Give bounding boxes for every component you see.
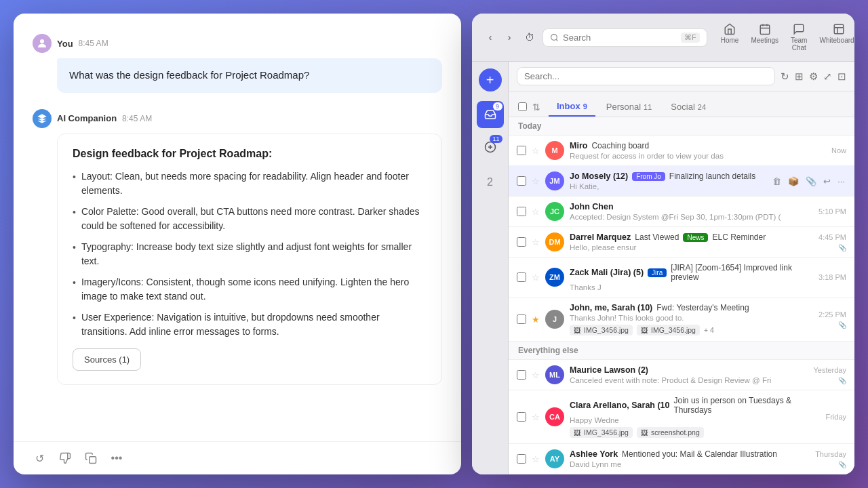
mail-checkbox[interactable] bbox=[517, 370, 526, 380]
mail-item[interactable]: ☆ CA Clara Arellano, Sarah (10 Join us i… bbox=[509, 390, 854, 444]
mail-sender: Miro bbox=[570, 141, 587, 150]
add-badge: 11 bbox=[490, 135, 502, 143]
grid-icon[interactable]: ⊞ bbox=[795, 70, 804, 83]
recent-button[interactable]: ⏱ bbox=[525, 30, 534, 45]
mail-checkbox[interactable] bbox=[517, 207, 526, 216]
mail-checkbox[interactable] bbox=[517, 314, 526, 324]
select-all-checkbox[interactable] bbox=[518, 102, 527, 111]
ai-message-time: 8:45 AM bbox=[122, 114, 152, 123]
refresh-icon[interactable]: ↺ bbox=[33, 451, 46, 465]
archive-icon[interactable]: 📦 bbox=[787, 175, 800, 188]
star-icon[interactable]: ☆ bbox=[532, 272, 540, 283]
mail-item[interactable]: ☆ ML Maurice Lawson (2) Canceled event w… bbox=[509, 360, 854, 390]
attachment-row: 🖼 IMG_3456.jpg 🖼 screenshot.png bbox=[570, 426, 820, 438]
mail-checkbox[interactable] bbox=[517, 272, 526, 282]
mail-search-bar: ↻ ⊞ ⚙ ⤢ ⊡ bbox=[509, 62, 854, 92]
app-whiteboards-label: Whiteboards bbox=[819, 37, 854, 44]
user-sender-name: You bbox=[57, 39, 73, 49]
mail-checkbox[interactable] bbox=[517, 146, 526, 155]
app-meetings-label: Meetings bbox=[751, 37, 778, 44]
mail-time: 5:10 PM bbox=[818, 207, 846, 216]
back-button[interactable]: ‹ bbox=[483, 30, 498, 45]
star-icon[interactable]: ☆ bbox=[532, 454, 540, 464]
ai-point-5: User Experience: Navigation is intuitive… bbox=[73, 310, 427, 339]
mail-search-input[interactable] bbox=[517, 67, 775, 85]
mail-checkbox[interactable] bbox=[517, 176, 526, 186]
star-icon[interactable]: ☆ bbox=[532, 370, 540, 380]
attachment-indicator: 📎 bbox=[838, 461, 846, 468]
sender-avatar: AY bbox=[545, 449, 564, 468]
mail-subject: Fwd: Yesterday's Meeting bbox=[656, 303, 749, 312]
mail-item-right: Friday bbox=[825, 413, 846, 421]
mail-item[interactable]: ☆ AY Ashlee York Mentioned you: Mail & C… bbox=[509, 444, 854, 474]
star-icon[interactable]: ☆ bbox=[532, 412, 540, 422]
mail-subject: [JIRA] [Zoom-1654] Improved link preview bbox=[671, 263, 813, 282]
mail-item-top: John, me, Sarah (10) Fwd: Yesterday's Me… bbox=[570, 303, 813, 312]
social-tab-count: 24 bbox=[698, 103, 706, 111]
expand-icon[interactable]: ⤢ bbox=[823, 70, 832, 83]
mail-item[interactable]: ☆ ZM Zack Mali (Jira) (5) Jira [JIRA] [Z… bbox=[509, 258, 854, 298]
mail-checkbox[interactable] bbox=[517, 412, 526, 422]
delete-icon[interactable]: 🗑 bbox=[771, 175, 783, 188]
mail-list: Today ☆ M Miro Coaching board Request fo… bbox=[509, 117, 854, 474]
mail-item[interactable]: ☆ DM Darrel Marquez Last Viewed News ELC… bbox=[509, 227, 854, 258]
copy-icon[interactable] bbox=[84, 451, 98, 465]
mail-item-right: 5:10 PM bbox=[818, 207, 846, 216]
app-home-button[interactable]: Home bbox=[715, 20, 745, 54]
sidebar-nav-2[interactable]: 2 bbox=[477, 169, 504, 196]
star-icon[interactable]: ★ bbox=[532, 314, 540, 325]
sort-icon[interactable]: ⇅ bbox=[532, 102, 540, 113]
tab-social[interactable]: Social 24 bbox=[663, 98, 714, 116]
star-icon[interactable]: ☆ bbox=[532, 207, 540, 217]
app-whiteboards-button[interactable]: Whiteboards bbox=[814, 20, 854, 54]
compose-button[interactable]: + bbox=[479, 68, 502, 92]
refresh-mail-icon[interactable]: ↻ bbox=[781, 70, 789, 83]
mail-sender: John Chen bbox=[570, 202, 614, 211]
mail-item-body: John, me, Sarah (10) Fwd: Yesterday's Me… bbox=[570, 303, 813, 336]
mail-sender: Maurice Lawson (2) bbox=[570, 365, 648, 375]
mail-content: ↻ ⊞ ⚙ ⤢ ⊡ ⇅ Inbox 9 Personal 11 bbox=[509, 62, 854, 474]
filter-icon[interactable]: ⊡ bbox=[837, 70, 846, 83]
star-icon[interactable]: ☆ bbox=[532, 176, 540, 186]
mail-item[interactable]: ☆ M Miro Coaching board Request for acce… bbox=[509, 136, 854, 166]
user-message-group: You 8:45 AM What was the design feedback… bbox=[33, 34, 442, 93]
sources-button[interactable]: Sources (1) bbox=[73, 348, 141, 371]
personal-tab-label: Personal bbox=[606, 102, 641, 112]
mail-item[interactable]: ☆ JM Jo Mosely (12) From Jo Finalizing l… bbox=[509, 166, 854, 197]
app-teamchat-button[interactable]: Team Chat bbox=[785, 20, 812, 54]
app-icons: Home Meetings Team Chat Whiteboards Mail… bbox=[715, 20, 854, 54]
more-icon[interactable]: ••• bbox=[110, 451, 123, 465]
inbox-tab-label: Inbox bbox=[557, 101, 580, 111]
dislike-icon[interactable] bbox=[58, 451, 72, 465]
attach-icon[interactable]: 📎 bbox=[804, 175, 818, 188]
topbar-search-input[interactable] bbox=[563, 33, 677, 43]
mail-preview: David Lynn me bbox=[570, 460, 810, 468]
tab-inbox[interactable]: Inbox 9 bbox=[549, 97, 595, 117]
search-shortcut: ⌘F bbox=[681, 33, 700, 43]
mail-checkbox[interactable] bbox=[517, 237, 526, 247]
mail-subject: Coaching board bbox=[591, 141, 649, 150]
mail-item[interactable]: ☆ JC John Chen Accepted: Design System @… bbox=[509, 197, 854, 227]
img-icon: 🖼 bbox=[574, 428, 581, 436]
star-icon[interactable]: ☆ bbox=[532, 146, 540, 156]
ai-message-header: AI Companion 8:45 AM bbox=[33, 109, 442, 128]
star-icon[interactable]: ☆ bbox=[532, 237, 540, 247]
sidebar-add-button[interactable]: 11 bbox=[477, 134, 504, 161]
mail-time: 4:45 PM bbox=[818, 233, 846, 241]
search-box[interactable]: ⌘F bbox=[542, 28, 707, 47]
sidebar-inbox-button[interactable]: 9 bbox=[477, 101, 504, 128]
mail-item-body: Jo Mosely (12) From Jo Finalizing launch… bbox=[570, 171, 766, 190]
settings-icon[interactable]: ⚙ bbox=[809, 70, 818, 83]
mail-sender: Darrel Marquez bbox=[570, 232, 631, 242]
mail-item[interactable]: ★ J John, me, Sarah (10) Fwd: Yesterday'… bbox=[509, 298, 854, 342]
tab-personal[interactable]: Personal 11 bbox=[598, 98, 660, 116]
mail-panel: ‹ › ⏱ ⌘F Home Meetings Team Chat bbox=[472, 14, 854, 474]
ai-point-4: Imagery/Icons: Consistent, though some i… bbox=[73, 275, 427, 304]
forward-button[interactable]: › bbox=[502, 30, 517, 45]
mail-checkbox[interactable] bbox=[517, 454, 526, 464]
attachment-name: IMG_3456.jpg bbox=[584, 428, 629, 436]
more-action-icon[interactable]: ··· bbox=[836, 175, 846, 188]
app-meetings-button[interactable]: Meetings bbox=[745, 20, 784, 54]
chat-footer: ↺ ••• bbox=[14, 441, 461, 474]
reply-icon[interactable]: ↩ bbox=[822, 175, 832, 188]
